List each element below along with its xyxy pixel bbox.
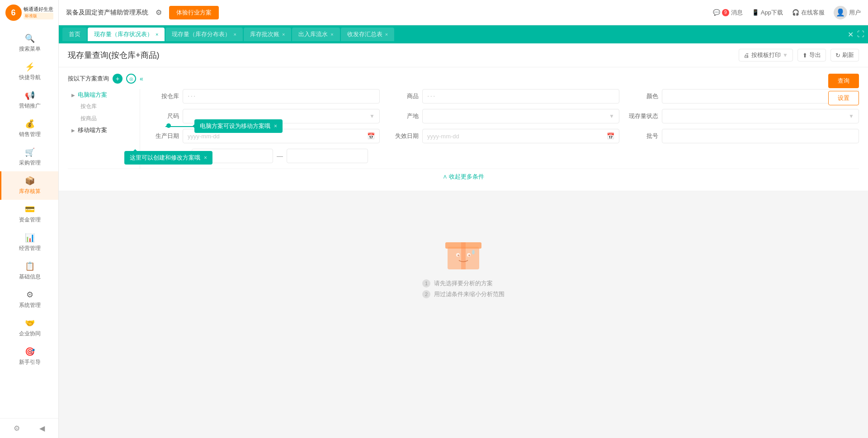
service-icon: 🎧: [792, 9, 799, 16]
tab-inventory-batch-label: 库存批次账: [250, 30, 279, 38]
tab-home-label: 首页: [69, 30, 80, 38]
batch-no-input[interactable]: [662, 129, 859, 143]
topbar: 装备及固定资产辅助管理系统 ⚙ 体验行业方案 💬 9 消息 📱 App下载 🎧 …: [59, 0, 868, 25]
sidebar-item-system[interactable]: ⚙ 系统管理: [0, 285, 58, 314]
origin-field: 产地 ▼: [387, 109, 619, 123]
sidebar-item-label: 企业协同: [19, 330, 41, 338]
logo-icon: 6: [5, 5, 22, 21]
search-icon: 🔍: [25, 33, 35, 43]
settings-footer-btn[interactable]: ⚙: [14, 424, 20, 433]
sidebar: 6 畅通通好生意 标准版 🔍 搜索菜单 ⚡ 快捷导航 📢 营销推广 💰 销售管理…: [0, 0, 59, 438]
warehouse-select[interactable]: ···: [183, 89, 380, 104]
reset-button[interactable]: 设置: [828, 91, 859, 105]
system-name: 装备及固定资产辅助管理系统: [66, 9, 148, 17]
settings-icon[interactable]: ⚙: [154, 6, 164, 19]
filter-header: 按以下方案查询 + ◎ «: [68, 74, 859, 84]
sidebar-item-search[interactable]: 🔍 搜索菜单: [0, 29, 58, 57]
empty-tip-1: 1 请先选择要分析的方案: [422, 279, 505, 287]
tab-fullscreen-btn[interactable]: ⛶: [857, 30, 864, 39]
edit-tooltip-close[interactable]: ×: [204, 155, 207, 161]
goods-select[interactable]: ···: [422, 89, 619, 104]
management-icon: 📊: [25, 233, 35, 243]
tab-close-inout-flow[interactable]: ×: [330, 32, 333, 37]
production-date-placeholder: yyyy-mm-dd: [188, 133, 220, 140]
stock-status-select[interactable]: ▼: [662, 109, 859, 123]
scheme-mobile-label: 移动端方案: [78, 126, 107, 134]
tip-num-1: 1: [422, 279, 430, 287]
circle-btn[interactable]: ◎: [126, 74, 136, 84]
sidebar-item-inventory[interactable]: 📦 库存核算: [0, 171, 58, 200]
tab-close-all-btn[interactable]: ✕: [848, 30, 854, 39]
batch-no-field: 批号: [627, 129, 859, 143]
tab-close-receive-summary[interactable]: ×: [385, 32, 388, 37]
range-dash: —: [277, 152, 283, 160]
sidebar-item-management[interactable]: 📊 经营管理: [0, 228, 58, 257]
scheme-mobile[interactable]: ▶ 移动端方案: [68, 124, 136, 136]
export-button[interactable]: ⬆ 导出: [797, 49, 826, 61]
tip-text-2: 用过滤条件来缩小分析范围: [434, 290, 505, 298]
scheme-tooltip-close[interactable]: ×: [274, 123, 277, 129]
expiry-date-input[interactable]: yyyy-mm-dd 📅: [422, 129, 619, 143]
query-button[interactable]: 查询: [828, 74, 859, 88]
edit-tooltip: 这里可以创建和修改方案哦 ×: [124, 151, 212, 165]
sidebar-item-purchase[interactable]: 🛒 采购管理: [0, 143, 58, 171]
sidebar-item-label: 销售管理: [19, 131, 41, 138]
scheme-pc[interactable]: ▶ 电脑端方案: [68, 89, 136, 101]
origin-label: 产地: [387, 112, 419, 120]
filter-section: 按以下方案查询 + ◎ « ▶ 电脑端方案 按仓库 按商品: [59, 67, 868, 191]
logo-area: 6 畅通通好生意 标准版: [0, 0, 58, 25]
sidebar-item-guide[interactable]: 🎯 新手引导: [0, 342, 58, 371]
collapse-label: 收起更多条件: [449, 173, 484, 180]
tab-close-inventory-status[interactable]: ×: [156, 32, 158, 37]
stock-range-to[interactable]: [287, 149, 368, 163]
app-download-action[interactable]: 📱 App下载: [752, 9, 783, 17]
sidebar-item-nav[interactable]: ⚡ 快捷导航: [0, 57, 58, 86]
chevron-down-icon: ▼: [369, 113, 375, 119]
sidebar-item-sales[interactable]: 💰 销售管理: [0, 114, 58, 143]
scheme-pc-sub2[interactable]: 按商品: [77, 113, 136, 124]
collapse-arrow-pc: ▶: [71, 93, 75, 98]
tab-close-inventory-batch[interactable]: ×: [282, 32, 285, 37]
online-service-action[interactable]: 🎧 在线客服: [792, 9, 825, 17]
sidebar-item-enterprise[interactable]: 🤝 企业协同: [0, 314, 58, 342]
experience-button[interactable]: 体验行业方案: [169, 6, 219, 19]
refresh-button[interactable]: ↻ 刷新: [830, 49, 859, 61]
tab-close-inventory-dist[interactable]: ×: [233, 32, 236, 37]
sidebar-item-finance[interactable]: 💳 资金管理: [0, 200, 58, 228]
sidebar-footer: ⚙ ◀: [0, 418, 58, 438]
topbar-right: 💬 9 消息 📱 App下载 🎧 在线客服 👤 用户: [713, 6, 861, 19]
size-label: 尺码: [147, 112, 179, 120]
edit-tooltip-text: 这里可以创建和修改方案哦: [130, 154, 200, 162]
marketing-icon: 📢: [25, 90, 35, 100]
collapse-bar[interactable]: ∧ 收起更多条件: [68, 169, 859, 184]
calendar-icon2[interactable]: 📅: [607, 132, 614, 140]
tab-inout-flow[interactable]: 出入库流水 ×: [292, 28, 340, 41]
origin-select[interactable]: ▼: [422, 109, 619, 123]
tabbar: 首页 现存量（库存状况表） × 现存量（库存分布表） × 库存批次账 × 出入库…: [59, 25, 868, 43]
template-print-button[interactable]: 🖨 按模板打印 ▼: [739, 49, 793, 61]
svg-point-6: [468, 254, 470, 256]
color-label: 颜色: [627, 92, 658, 100]
user-action[interactable]: 👤 用户: [834, 6, 861, 19]
notification-action[interactable]: 💬 9 消息: [713, 9, 743, 17]
arrow-left-icon[interactable]: «: [140, 75, 143, 82]
tab-receive-summary[interactable]: 收发存汇总表 ×: [341, 28, 394, 41]
calendar-icon[interactable]: 📅: [367, 132, 375, 140]
sidebar-item-basic[interactable]: 📋 基础信息: [0, 257, 58, 285]
goods-field: 商品 ···: [387, 89, 619, 104]
tab-home[interactable]: 首页: [62, 28, 87, 41]
tab-inventory-batch[interactable]: 库存批次账 ×: [244, 28, 291, 41]
empty-illustration: [441, 229, 486, 274]
tab-inventory-status[interactable]: 现存量（库存状况表） ×: [88, 28, 165, 41]
add-scheme-btn[interactable]: +: [113, 74, 123, 84]
avatar: 👤: [834, 6, 847, 19]
tab-inventory-dist[interactable]: 现存量（库存分布表） ×: [165, 28, 242, 41]
color-field: 颜色 ▼: [627, 89, 859, 104]
sidebar-item-marketing[interactable]: 📢 营销推广: [0, 86, 58, 114]
sidebar-item-label: 营销推广: [19, 102, 41, 110]
collapse-arrow-mobile: ▶: [71, 128, 75, 133]
scheme-pc-sub[interactable]: 按仓库: [77, 101, 136, 112]
topbar-left: 装备及固定资产辅助管理系统 ⚙ 体验行业方案: [66, 6, 219, 19]
collapse-sidebar-btn[interactable]: ◀: [39, 424, 45, 433]
sidebar-item-label: 新手引导: [19, 358, 41, 366]
